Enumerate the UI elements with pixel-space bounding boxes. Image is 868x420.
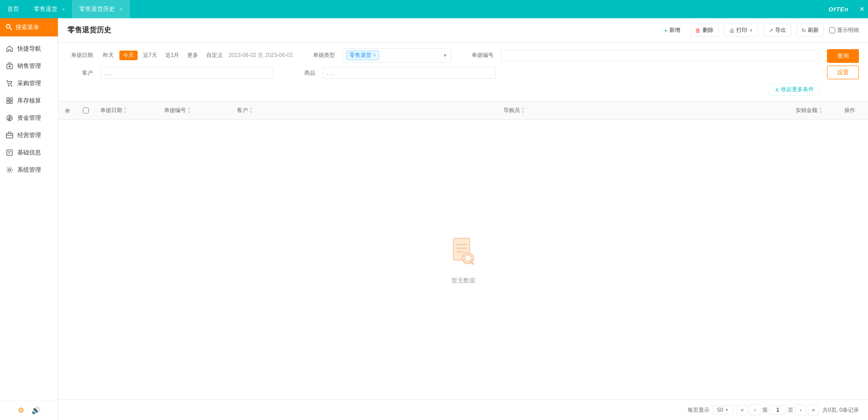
bill-type-tag: 零售退货 × — [346, 51, 379, 60]
refresh-button[interactable]: ↻ 刷新 — [796, 24, 824, 37]
collapse-row: ∧ 收起更多条件 — [67, 83, 820, 96]
svg-point-0 — [6, 25, 10, 28]
delete-button[interactable]: 🗑 删除 — [690, 24, 719, 37]
sidebar-item-quick-nav[interactable]: 快捷导航 — [0, 40, 58, 57]
prev-page-button[interactable]: ‹ — [750, 405, 760, 415]
more-btn[interactable]: 更多 — [185, 51, 201, 60]
page-title: 零售退货历史 — [67, 26, 111, 35]
print-button[interactable]: 🖨 打印 ▼ — [724, 24, 758, 37]
sidebar-item-purchase-mgmt[interactable]: 采购管理 — [0, 75, 58, 92]
query-button[interactable]: 查询 — [827, 49, 859, 63]
th-bill-date[interactable]: 单据日期 ▲▼ — [95, 107, 159, 114]
empty-text: 暂无数据 — [452, 277, 475, 285]
window-close-button[interactable]: × — [856, 5, 868, 14]
bill-no-label: 单据编号 — [468, 51, 493, 59]
show-detail-toggle[interactable]: 显示明细 — [829, 26, 859, 34]
page-header: 零售退货历史 + 新增 🗑 删除 🖨 打印 ▼ ↗ 导出 — [58, 18, 868, 43]
goods-dots: ... — [327, 69, 335, 77]
th-bill-no-sort: ▲▼ — [187, 107, 191, 114]
sidebar-item-finance[interactable]: 资金管理 — [0, 109, 58, 127]
base-info-icon — [5, 149, 14, 157]
th-guide-sort: ▲▼ — [521, 107, 525, 114]
sidebar-item-purchase-label: 采购管理 — [17, 79, 41, 87]
th-guide[interactable]: 导购员 ▲▼ — [498, 107, 562, 114]
customer-label: 客户 — [67, 69, 93, 77]
th-bill-no-label: 单据编号 — [164, 107, 186, 114]
total-info: 共0页, 0条记录 — [822, 406, 859, 414]
filter-main: 单据日期 昨天 今天 近7天 近1月 更多 自定义 2023-06-02 至 2… — [67, 48, 820, 96]
set-button[interactable]: 设置 — [827, 66, 859, 79]
print-dropdown-icon[interactable]: ▼ — [749, 28, 753, 33]
audio-button[interactable]: 🔊 — [31, 406, 41, 415]
th-customer[interactable]: 客户 ▲▼ — [231, 107, 498, 114]
sales-icon — [5, 62, 14, 70]
export-button[interactable]: ↗ 导出 — [764, 24, 791, 37]
tab-list: 首页 零售退货 × 零售退货历史 × — [0, 0, 828, 18]
page-number-input[interactable] — [770, 405, 786, 415]
first-page-button[interactable]: « — [737, 405, 748, 415]
tab-home[interactable]: 首页 — [0, 0, 26, 18]
export-label: 导出 — [775, 26, 786, 34]
sidebar-bottom: ⚙ 🔊 — [0, 400, 58, 420]
th-settings[interactable] — [58, 108, 77, 114]
th-guide-label: 导购员 — [503, 107, 520, 114]
sidebar-item-finance-label: 资金管理 — [17, 114, 41, 122]
tab-retail-return-history[interactable]: 零售退货历史 × — [72, 0, 129, 18]
last1month-btn[interactable]: 近1月 — [163, 51, 182, 60]
settings-button[interactable]: ⚙ — [18, 406, 24, 415]
sidebar-item-business[interactable]: 经营管理 — [0, 127, 58, 144]
tab-retail-return-history-close[interactable]: × — [119, 6, 122, 12]
sidebar-item-inventory[interactable]: 库存核算 — [0, 92, 58, 109]
plus-icon: + — [664, 27, 668, 34]
goods-input[interactable]: ... — [323, 67, 496, 79]
th-amount[interactable]: 实销金额 ▲▼ — [562, 107, 832, 114]
sidebar-nav: 快捷导航 销售管理 — [0, 36, 58, 400]
svg-rect-9 — [10, 101, 12, 103]
print-label: 打印 — [736, 26, 747, 34]
svg-point-13 — [9, 169, 11, 171]
th-amount-sort: ▲▼ — [819, 107, 822, 114]
custom-btn[interactable]: 自定义 — [204, 51, 226, 60]
today-btn[interactable]: 今天 — [119, 51, 138, 60]
show-detail-checkbox[interactable] — [829, 27, 835, 33]
next-page-button[interactable]: › — [795, 405, 806, 415]
bill-type-select[interactable]: 零售退货 × ▼ — [342, 48, 452, 62]
sidebar-item-base-info-label: 基础信息 — [17, 149, 41, 157]
tab-retail-return[interactable]: 零售退货 × — [26, 0, 72, 18]
yesterday-btn[interactable]: 昨天 — [100, 51, 117, 60]
th-bill-date-sort: ▲▼ — [123, 107, 127, 114]
topbar-right: OfTEn — [828, 6, 856, 13]
svg-rect-6 — [7, 98, 9, 100]
page-word: 第 — [762, 406, 768, 414]
collapse-button[interactable]: ∧ 收起更多条件 — [769, 83, 820, 96]
bill-no-input[interactable] — [501, 50, 820, 61]
filter-row-2: 客户 ... 商品 ... — [67, 67, 820, 79]
bill-date-label: 单据日期 — [67, 51, 93, 59]
bill-type-tag-close[interactable]: × — [373, 53, 376, 58]
delete-icon: 🗑 — [695, 27, 701, 34]
inventory-icon — [5, 97, 14, 105]
sidebar-item-sales-mgmt[interactable]: 销售管理 — [0, 57, 58, 75]
last7days-btn[interactable]: 近7天 — [140, 51, 160, 60]
customer-input[interactable]: ... — [100, 67, 273, 79]
select-all-checkbox[interactable] — [83, 108, 89, 113]
th-customer-label: 客户 — [237, 107, 248, 114]
last-page-button[interactable]: » — [808, 405, 819, 415]
new-button[interactable]: + 新增 — [659, 24, 685, 36]
search-menu-button[interactable]: 搜索菜单 — [0, 18, 58, 36]
page-nav: « ‹ 第 页 › » — [737, 405, 819, 415]
th-checkbox[interactable] — [77, 108, 95, 113]
tab-retail-return-close[interactable]: × — [62, 6, 65, 12]
tab-retail-return-history-label: 零售退货历史 — [79, 5, 115, 13]
sidebar-item-base-info[interactable]: 基础信息 — [0, 144, 58, 161]
sidebar-item-sys-mgmt-label: 系统管理 — [17, 166, 41, 174]
svg-point-14 — [67, 110, 68, 112]
sidebar: 搜索菜单 快捷导航 销售管理 — [0, 18, 58, 420]
bill-type-label: 单据类型 — [309, 51, 335, 59]
page-size-select[interactable]: 50 ▼ — [713, 405, 733, 415]
th-bill-no[interactable]: 单据编号 ▲▼ — [159, 107, 231, 114]
sidebar-item-sys-mgmt[interactable]: 系统管理 — [0, 161, 58, 179]
main-layout: 搜索菜单 快捷导航 销售管理 — [0, 18, 868, 420]
sidebar-item-inventory-label: 库存核算 — [17, 97, 41, 105]
empty-state: 暂无数据 — [58, 120, 868, 400]
